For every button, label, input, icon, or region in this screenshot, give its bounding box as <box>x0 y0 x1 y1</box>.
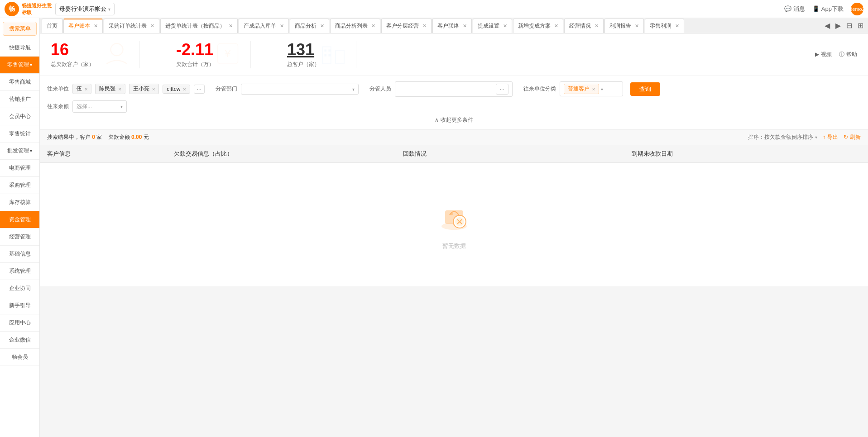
tab-close-icon-7[interactable]: ✕ <box>422 23 427 29</box>
category-chevron-icon <box>601 86 603 92</box>
manager-dots-icon[interactable]: ··· <box>496 84 508 95</box>
tab-product-analysis[interactable]: 商品分析 ✕ <box>290 19 329 33</box>
sidebar-item-quick-nav[interactable]: 快捷导航 <box>0 39 39 57</box>
tag-close-wang[interactable]: × <box>152 86 155 92</box>
tag-close-ordinary[interactable]: × <box>592 86 595 92</box>
tab-close-icon-11[interactable]: ✕ <box>595 23 599 29</box>
sidebar-item-app-center[interactable]: 应用中心 <box>0 314 39 332</box>
tab-goods-purchase-stats[interactable]: 进货单统计表（按商品） ✕ <box>160 19 238 33</box>
building-bg-icon <box>320 40 347 69</box>
filter-label-balance: 往来余额 <box>47 103 69 110</box>
banner-actions: ▶ 视频 ⓘ 帮助 <box>815 51 857 58</box>
tab-customer-contact[interactable]: 客户联络 ✕ <box>432 19 472 33</box>
sidebar-item-wholesale-mgmt[interactable]: 批发管理 ▾ <box>0 142 39 160</box>
tag-close-chen[interactable]: × <box>118 86 121 92</box>
tab-product-storage[interactable]: 产成品入库单 ✕ <box>239 19 289 33</box>
chevron-up-icon: ∧ <box>435 117 439 123</box>
tab-maximize-btn[interactable]: ⊞ <box>855 21 866 30</box>
amount-bg-icon: ¥ <box>214 40 241 69</box>
tab-product-analysis-list[interactable]: 商品分析列表 ✕ <box>330 19 380 33</box>
tab-commission-settings[interactable]: 提成设置 ✕ <box>473 19 512 33</box>
tab-expand-btn[interactable]: ⊟ <box>844 21 855 30</box>
sidebar-item-purchase-mgmt[interactable]: 采购管理 <box>0 177 39 194</box>
sidebar-item-retail-mall[interactable]: 零售商城 <box>0 74 39 91</box>
tab-close-icon[interactable]: ✕ <box>94 23 98 29</box>
tab-customer-ledger[interactable]: 客户账本 ✕ <box>63 19 103 33</box>
filter-tag-unit-cj[interactable]: cjttcw × <box>163 85 190 94</box>
filter-dept-select[interactable] <box>241 84 359 95</box>
sidebar-search-area: 搜索菜单 <box>0 18 39 39</box>
sidebar-item-inventory[interactable]: 库存核算 <box>0 194 39 211</box>
filter-more-button[interactable]: ··· <box>194 85 205 94</box>
tab-retail-profit[interactable]: 零售利润 ✕ <box>645 19 684 33</box>
export-button[interactable]: ↑ 导出 <box>823 133 838 141</box>
sidebar-item-operations[interactable]: 经营管理 <box>0 228 39 246</box>
tab-new-commission[interactable]: 新增提成方案 ✕ <box>513 19 563 33</box>
refresh-icon: ↻ <box>844 134 848 140</box>
help-button[interactable]: ⓘ 帮助 <box>839 51 857 58</box>
filter-balance-select[interactable]: 选择... <box>72 100 127 113</box>
tag-close-wu[interactable]: × <box>85 86 87 92</box>
user-menu-button[interactable]: demo2 <box>851 3 863 15</box>
tab-close-icon-9[interactable]: ✕ <box>503 23 507 29</box>
tab-purchase-order-stats[interactable]: 采购订单统计表 ✕ <box>104 19 159 33</box>
stat-value-total: 131 <box>287 41 314 59</box>
sidebar-item-marketing[interactable]: 营销推广 <box>0 91 39 108</box>
svg-point-0 <box>111 43 123 56</box>
refresh-button[interactable]: ↻ 刷新 <box>844 133 861 141</box>
sidebar-item-basic-info[interactable]: 基础信息 <box>0 246 39 263</box>
tab-close-icon-10[interactable]: ✕ <box>554 23 558 29</box>
query-button[interactable]: 查询 <box>630 82 660 96</box>
stats-banner: 16 总欠款客户（家） -2.11 欠款合计（万） <box>40 33 868 76</box>
tab-nav-prev[interactable]: ◀ <box>822 21 833 30</box>
sidebar-item-member-center[interactable]: 会员中心 <box>0 108 39 125</box>
sidebar-item-member[interactable]: 畅会员 <box>0 349 39 366</box>
sidebar-item-retail-stats[interactable]: 零售统计 <box>0 125 39 142</box>
tab-nav-next[interactable]: ▶ <box>833 21 844 30</box>
search-menu-button[interactable]: 搜索菜单 <box>3 22 37 36</box>
sidebar-item-enterprise-collab[interactable]: 企业协同 <box>0 280 39 297</box>
tab-profit-report[interactable]: 利润报告 ✕ <box>604 19 644 33</box>
video-button[interactable]: ▶ 视频 <box>815 51 832 58</box>
sidebar-item-ecommerce[interactable]: 电商管理 <box>0 160 39 177</box>
filter-tag-unit-chen[interactable]: 陈民强 × <box>95 84 125 94</box>
download-icon: 📱 <box>812 5 820 12</box>
sidebar-item-beginner-guide[interactable]: 新手引导 <box>0 297 39 314</box>
collapse-area: ∧ 收起更多条件 <box>47 116 861 124</box>
sidebar-item-finance-mgmt[interactable]: 资金管理 <box>0 211 39 228</box>
tab-close-icon-4[interactable]: ✕ <box>280 23 284 29</box>
message-button[interactable]: 💬 消息 <box>784 5 805 13</box>
collapse-button[interactable]: ∧ 收起更多条件 <box>435 116 473 124</box>
account-selector[interactable]: 母婴行业演示帐套 <box>55 3 115 15</box>
tab-operations[interactable]: 经营情况 ✕ <box>564 19 604 33</box>
filter-row-2: 往来余额 选择... <box>47 100 861 113</box>
app-download-button[interactable]: 📱 App下载 <box>812 5 844 13</box>
filter-category-select[interactable]: 普通客户 × <box>560 81 623 96</box>
filter-row-1: 往来单位 伍 × 陈民强 × 王小亮 × <box>47 81 861 97</box>
sidebar-item-enterprise-wechat[interactable]: 企业微信 <box>0 332 39 349</box>
tag-close-cj[interactable]: × <box>183 86 186 92</box>
table-container: 客户信息 欠款交易信息（占比） 回款情况 到期未收款日期 <box>40 145 868 286</box>
tab-home[interactable]: 首页 <box>42 19 62 33</box>
tab-close-icon-8[interactable]: ✕ <box>463 23 467 29</box>
sidebar-item-retail-mgmt[interactable]: 零售管理 ▾ <box>0 57 39 74</box>
col-header-debt-info: 欠款交易信息（占比） <box>174 150 403 158</box>
filter-label-category: 往来单位分类 <box>523 85 556 93</box>
tab-close-icon-5[interactable]: ✕ <box>320 23 324 29</box>
results-bar: 搜索结果中，客户 0 家 欠款金额 0.00 元 排序：按欠款金额倒序排序 <box>40 130 868 145</box>
tab-close-icon-3[interactable]: ✕ <box>229 23 233 29</box>
tab-customer-tier[interactable]: 客户分层经营 ✕ <box>381 19 432 33</box>
tab-close-icon-6[interactable]: ✕ <box>371 23 375 29</box>
stat-block-amount: -2.11 欠款合计（万） ¥ <box>140 41 251 68</box>
filter-tag-unit-wang[interactable]: 王小亮 × <box>129 84 159 94</box>
stat-label-customers: 总欠款客户（家） <box>51 61 94 68</box>
filter-manager-select[interactable]: ··· <box>395 81 513 97</box>
sidebar-item-system-mgmt[interactable]: 系统管理 <box>0 263 39 280</box>
sort-select[interactable]: 排序：按欠款金额倒序排序 <box>748 133 817 141</box>
filter-tag-unit-wu[interactable]: 伍 × <box>72 84 91 94</box>
filter-label-dept: 分管部门 <box>216 85 237 93</box>
tab-close-icon-2[interactable]: ✕ <box>150 23 154 29</box>
tab-close-icon-12[interactable]: ✕ <box>635 23 639 29</box>
filter-tag-ordinary[interactable]: 普通客户 × <box>564 84 599 94</box>
tab-close-icon-13[interactable]: ✕ <box>675 23 679 29</box>
